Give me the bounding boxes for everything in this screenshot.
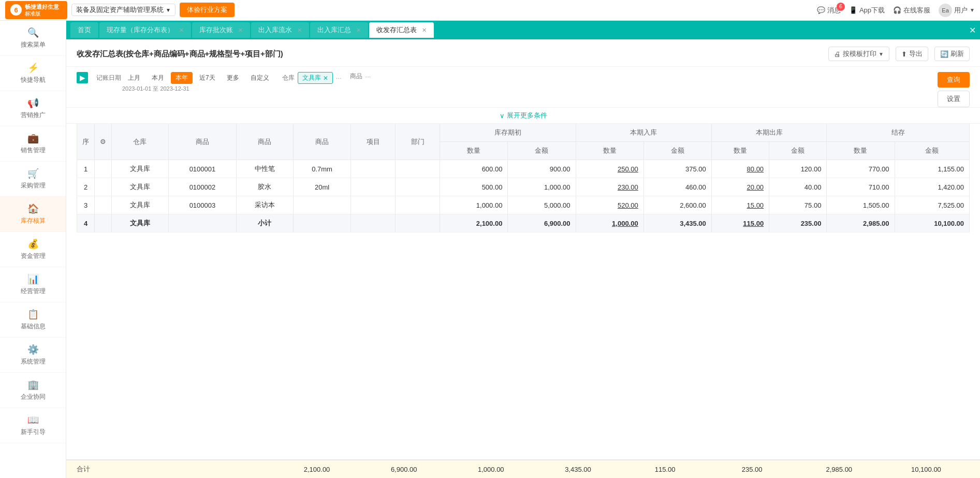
chevron-down-icon: ▼ bbox=[166, 7, 171, 13]
cell-warehouse: 文具库 bbox=[112, 214, 169, 233]
warehouse-more-btn[interactable]: ··· bbox=[336, 74, 342, 82]
cell-settings[interactable] bbox=[95, 178, 112, 196]
th-out-amt: 金额 bbox=[769, 142, 827, 160]
message-badge: 6 bbox=[837, 3, 845, 11]
cell-out-amt: 120.00 bbox=[769, 160, 827, 178]
sidebar-item-purchase[interactable]: 🛒采购管理 bbox=[0, 162, 66, 197]
th-closing-amt: 金额 bbox=[895, 142, 969, 160]
print-button[interactable]: 🖨 按模板打印 ▼ bbox=[828, 47, 889, 61]
goods-filter-group: 商品 ··· bbox=[350, 72, 371, 81]
remove-warehouse-icon[interactable]: ✕ bbox=[323, 75, 328, 82]
tab-home[interactable]: 首页 bbox=[70, 22, 98, 38]
date-options: 上月 本月 本年 近7天 更多 自定义 bbox=[123, 72, 274, 84]
page-header-actions: 🖨 按模板打印 ▼ ⬆ 导出 🔄 刷新 bbox=[828, 47, 970, 61]
close-all-tabs-button[interactable]: ✕ bbox=[969, 25, 976, 35]
sidebar-item-search[interactable]: 🔍搜索菜单 bbox=[0, 21, 66, 56]
cell-closing-qty: 770.00 bbox=[827, 160, 895, 178]
sidebar-item-marketing[interactable]: 📢营销推广 bbox=[0, 91, 66, 126]
cell-project bbox=[351, 196, 396, 214]
chevron-down-icon: ▼ bbox=[879, 51, 884, 57]
cell-in-qty[interactable]: 1,000.00 bbox=[576, 214, 643, 233]
tab-close-inventory-dist[interactable]: ✕ bbox=[179, 27, 184, 34]
cell-settings[interactable] bbox=[95, 214, 112, 233]
tab-label-batch-ledger: 库存批次账 bbox=[199, 25, 233, 35]
cell-name: 胶水 bbox=[237, 178, 294, 196]
date-btn-this-year[interactable]: 本年 bbox=[171, 72, 193, 84]
th-in-amt: 金额 bbox=[643, 142, 711, 160]
app-name: 畅捷通好生意 bbox=[25, 3, 59, 10]
expand-filter-btn[interactable]: ▶ bbox=[77, 72, 88, 83]
cell-settings[interactable] bbox=[95, 160, 112, 178]
tab-close-batch-ledger[interactable]: ✕ bbox=[238, 27, 243, 34]
sidebar-item-finance[interactable]: 💰资金管理 bbox=[0, 232, 66, 267]
tab-inventory-dist[interactable]: 现存量（库存分布表）✕ bbox=[99, 22, 191, 38]
app-download-item[interactable]: 📱 App下载 bbox=[849, 6, 885, 15]
tab-close-receive-send-summary[interactable]: ✕ bbox=[422, 27, 427, 34]
cell-opening-qty: 600.00 bbox=[440, 160, 508, 178]
date-btn-7days[interactable]: 近7天 bbox=[195, 72, 220, 84]
cell-in-qty[interactable]: 230.00 bbox=[576, 178, 643, 196]
th-settings[interactable]: ⚙ bbox=[95, 124, 112, 160]
footer-out-qty: 115.00 bbox=[622, 466, 709, 473]
cell-department bbox=[396, 214, 440, 233]
date-btn-more[interactable]: 更多 bbox=[222, 72, 244, 84]
sidebar-item-sales[interactable]: 💼销售管理 bbox=[0, 126, 66, 162]
sidebar-icon-finance: 💰 bbox=[27, 238, 39, 250]
user-label: 用户 bbox=[954, 6, 968, 15]
user-item[interactable]: Ea 用户 ▼ bbox=[939, 4, 975, 17]
sidebar-item-basic-info[interactable]: 📋基础信息 bbox=[0, 302, 66, 338]
message-icon: 💬 bbox=[817, 6, 825, 14]
cell-out-qty[interactable]: 15.00 bbox=[711, 196, 769, 214]
cell-out-qty[interactable]: 80.00 bbox=[711, 160, 769, 178]
tab-close-in-out-flow[interactable]: ✕ bbox=[297, 27, 302, 34]
cell-in-qty[interactable]: 520.00 bbox=[576, 196, 643, 214]
footer-label: 合计 bbox=[77, 465, 273, 474]
cell-spec: 0.7mm bbox=[293, 160, 350, 178]
sidebar-item-inventory[interactable]: 🏠库存核算 bbox=[0, 197, 66, 232]
export-button[interactable]: ⬆ 导出 bbox=[896, 47, 928, 61]
warehouse-tag[interactable]: 文具库 ✕ bbox=[298, 72, 333, 84]
cell-no: 2 bbox=[77, 178, 95, 196]
warehouse-filter-group: 仓库 文具库 ✕ ··· bbox=[282, 72, 342, 84]
cell-closing-amt: 10,100.00 bbox=[895, 214, 969, 233]
tab-label-inventory-dist: 现存量（库存分布表） bbox=[107, 25, 174, 35]
date-btn-custom[interactable]: 自定义 bbox=[246, 72, 274, 84]
footer-out-amt: 235.00 bbox=[709, 466, 796, 473]
tab-label-in-out-summary: 出入库汇总 bbox=[317, 25, 351, 35]
trial-button[interactable]: 体验行业方案 bbox=[180, 3, 235, 17]
tab-batch-ledger[interactable]: 库存批次账✕ bbox=[192, 22, 250, 38]
footer-in-amt: 3,435.00 bbox=[534, 466, 621, 473]
expand-conditions-btn[interactable]: ∨ 展开更多条件 bbox=[66, 108, 980, 124]
cell-out-qty[interactable]: 115.00 bbox=[711, 214, 769, 233]
cell-out-amt: 40.00 bbox=[769, 178, 827, 196]
sidebar-item-system[interactable]: ⚙️系统管理 bbox=[0, 338, 66, 373]
date-range-text: 2023-01-01 至 2023-12-31 bbox=[96, 85, 274, 93]
header-right: 💬 消息 6 📱 App下载 🎧 在线客服 Ea 用户 ▼ bbox=[817, 4, 975, 17]
sidebar-item-guide[interactable]: 📖新手引导 bbox=[0, 408, 66, 443]
goods-more-btn[interactable]: ··· bbox=[365, 73, 371, 80]
refresh-button[interactable]: 🔄 刷新 bbox=[934, 47, 970, 61]
sidebar-item-operations[interactable]: 📊经营管理 bbox=[0, 267, 66, 302]
sidebar-item-quick-nav[interactable]: ⚡快捷导航 bbox=[0, 56, 66, 91]
cell-in-qty[interactable]: 250.00 bbox=[576, 160, 643, 178]
date-btn-this-month[interactable]: 本月 bbox=[147, 72, 169, 84]
online-service-item[interactable]: 🎧 在线客服 bbox=[893, 6, 930, 15]
cell-opening-amt: 5,000.00 bbox=[508, 196, 576, 214]
footer-closing-qty: 2,985.00 bbox=[796, 466, 883, 473]
system-title-select[interactable]: 装备及固定资产辅助管理系统 ▼ bbox=[71, 4, 175, 16]
cell-settings[interactable] bbox=[95, 196, 112, 214]
date-btn-last-month[interactable]: 上月 bbox=[123, 72, 145, 84]
tab-in-out-summary[interactable]: 出入库汇总✕ bbox=[310, 22, 368, 38]
sidebar-item-enterprise[interactable]: 🏢企业协同 bbox=[0, 373, 66, 408]
table-row: 3 文具库 0100003 采访本 1,000.00 5,000.00 520.… bbox=[77, 196, 970, 214]
settings-button[interactable]: 设置 bbox=[938, 91, 970, 107]
message-item[interactable]: 💬 消息 6 bbox=[817, 6, 841, 15]
cell-opening-qty: 1,000.00 bbox=[440, 196, 508, 214]
cell-out-qty[interactable]: 20.00 bbox=[711, 178, 769, 196]
th-out-group: 本期出库 bbox=[711, 124, 827, 142]
expand-label: 展开更多条件 bbox=[507, 111, 547, 120]
tab-in-out-flow[interactable]: 出入库流水✕ bbox=[251, 22, 309, 38]
query-button[interactable]: 查询 bbox=[938, 72, 970, 88]
tab-close-in-out-summary[interactable]: ✕ bbox=[356, 27, 361, 34]
tab-receive-send-summary[interactable]: 收发存汇总表✕ bbox=[369, 22, 434, 38]
